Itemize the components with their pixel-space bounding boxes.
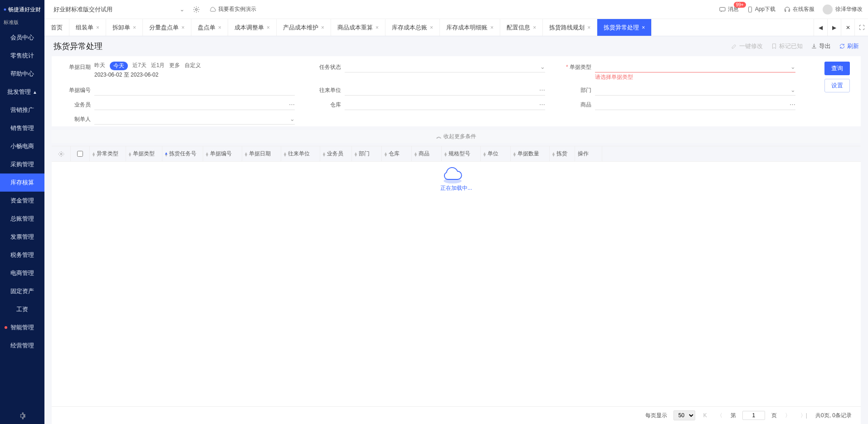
col-header-12[interactable]: ▴▾单据数量 (511, 146, 550, 161)
sidebar-item-11[interactable]: 发票管理 (0, 228, 44, 246)
tab-scroll-right[interactable]: ▶ (827, 19, 841, 36)
sales-input[interactable]: ⋯ (94, 99, 295, 110)
tab-11[interactable]: 拣货路线规划× (543, 19, 597, 36)
col-header-13[interactable]: ▴▾拣货 (550, 146, 575, 161)
col-header-4[interactable]: ▴▾单据日期 (242, 146, 281, 161)
sidebar-item-2[interactable]: 帮助中心 (0, 65, 44, 83)
col-header-3[interactable]: ▴▾单据编号 (203, 146, 242, 161)
product-input[interactable]: ⋯ (595, 99, 795, 110)
bill-no-input[interactable] (94, 85, 295, 96)
page-prev[interactable]: 〈 (715, 412, 724, 419)
tab-4[interactable]: 盘点单× (191, 19, 228, 36)
col-checkbox[interactable] (71, 146, 90, 161)
sidebar-item-10[interactable]: 总账管理 (0, 210, 44, 228)
col-header-7[interactable]: ▴▾部门 (352, 146, 382, 161)
product-select[interactable]: 好业财标准版交付试用 ⌄ (50, 4, 188, 15)
close-icon[interactable]: × (375, 24, 379, 31)
partner-input[interactable]: ⋯ (345, 85, 545, 96)
tab-5[interactable]: 成本调整单× (228, 19, 277, 36)
close-icon[interactable]: × (533, 24, 536, 31)
close-icon[interactable]: × (218, 24, 221, 31)
close-icon[interactable]: × (181, 24, 185, 31)
tab-10[interactable]: 配置信息× (500, 19, 543, 36)
close-icon[interactable]: × (267, 24, 270, 31)
sidebar-item-1[interactable]: 零售统计 (0, 47, 44, 65)
date-opt-0[interactable]: 昨天 (94, 62, 105, 70)
col-header-1[interactable]: ▴▾单据类型 (126, 146, 162, 161)
sidebar-item-13[interactable]: 电商管理 (0, 264, 44, 282)
col-header-2[interactable]: ▴▾拣货任务号 (162, 146, 203, 161)
tab-1[interactable]: 组装单× (69, 19, 106, 36)
close-icon[interactable]: × (642, 24, 645, 31)
sidebar-item-7[interactable]: 采购管理 (0, 155, 44, 173)
tab-close-all[interactable]: ✕ (841, 19, 854, 36)
close-icon[interactable]: × (490, 24, 493, 31)
refresh-btn[interactable]: 刷新 (839, 42, 859, 50)
sidebar-item-9[interactable]: 资金管理 (0, 192, 44, 210)
sidebar-item-17[interactable]: 经营管理 (0, 337, 44, 355)
page-last[interactable]: 〉| (799, 412, 809, 419)
col-header-10[interactable]: ▴▾规格型号 (442, 146, 481, 161)
query-button[interactable]: 查询 (824, 62, 850, 75)
bill-type-input[interactable]: ⌄ (595, 62, 795, 72)
page-first[interactable]: K (702, 412, 709, 419)
col-settings[interactable] (52, 146, 71, 161)
close-icon[interactable]: × (430, 24, 433, 31)
settings-button[interactable]: 设置 (824, 79, 850, 92)
horizontal-scrollbar[interactable] (52, 401, 861, 406)
close-icon[interactable]: × (96, 24, 99, 31)
tab-8[interactable]: 库存成本总账× (385, 19, 440, 36)
tab-2[interactable]: 拆卸单× (106, 19, 143, 36)
tab-0[interactable]: 首页 (44, 19, 69, 36)
date-opt-1[interactable]: 今天 (110, 62, 128, 70)
task-status-input[interactable]: ⌄ (345, 62, 545, 72)
demo-link[interactable]: 我要看实例演示 (209, 5, 256, 13)
page-input[interactable] (742, 411, 765, 420)
support-btn[interactable]: 在线客服 (784, 5, 814, 13)
col-header-6[interactable]: ▴▾业务员 (320, 146, 352, 161)
sidebar-item-15[interactable]: 工资 (0, 300, 44, 318)
date-opt-4[interactable]: 更多 (169, 62, 180, 70)
export-btn[interactable]: 导出 (811, 42, 831, 50)
settings-icon[interactable] (193, 6, 200, 13)
maker-input[interactable]: ⌄ (94, 114, 295, 125)
dept-input[interactable]: ⌄ (595, 85, 795, 96)
close-icon[interactable]: × (587, 24, 590, 31)
date-opt-5[interactable]: 自定义 (185, 62, 201, 70)
date-opt-2[interactable]: 近7天 (132, 62, 146, 70)
date-opt-3[interactable]: 近1月 (151, 62, 165, 70)
fullscreen-icon[interactable]: ⛶ (854, 19, 868, 36)
tab-6[interactable]: 产品成本维护× (277, 19, 331, 36)
sidebar-item-3[interactable]: 批发管理▲ (0, 83, 44, 101)
one-mod-btn[interactable]: 一键修改 (731, 42, 763, 50)
sidebar-item-6[interactable]: 小畅电商 (0, 137, 44, 155)
sidebar-item-12[interactable]: 税务管理 (0, 246, 44, 264)
tab-12[interactable]: 拣货异常处理× (597, 19, 652, 36)
mark-btn[interactable]: 标记已知 (771, 42, 803, 50)
col-header-5[interactable]: ▴▾往来单位 (281, 146, 320, 161)
col-header-0[interactable]: ▴▾异常类型 (90, 146, 126, 161)
sidebar-item-0[interactable]: 会员中心 (0, 29, 44, 47)
tab-3[interactable]: 分量盘点单× (143, 19, 191, 36)
sidebar-item-4[interactable]: 营销推广 (0, 101, 44, 119)
close-icon[interactable]: × (321, 24, 324, 31)
tab-scroll-left[interactable]: ◀ (814, 19, 827, 36)
sidebar-item-14[interactable]: 固定资产 (0, 282, 44, 300)
app-download-btn[interactable]: App下载 (747, 5, 775, 13)
per-page-select[interactable]: 50 (673, 410, 695, 420)
sidebar-item-8[interactable]: 库存核算 (0, 173, 44, 192)
col-header-9[interactable]: ▴▾商品 (412, 146, 442, 161)
sidebar-item-5[interactable]: 销售管理 (0, 119, 44, 137)
user-menu[interactable]: 徐泽华修改 (823, 5, 863, 14)
sidebar-item-16[interactable]: 智能管理 (0, 318, 44, 337)
message-btn[interactable]: 消息 99+ (719, 5, 739, 13)
page-next[interactable]: 〉 (783, 412, 792, 419)
sidebar-settings[interactable] (0, 408, 44, 424)
tab-7[interactable]: 商品成本重算× (331, 19, 385, 36)
close-icon[interactable]: × (133, 24, 136, 31)
warehouse-input[interactable]: ⋯ (345, 99, 545, 110)
collapse-filters[interactable]: ︽ 收起更多条件 (52, 130, 861, 143)
col-header-11[interactable]: ▴▾单位 (481, 146, 511, 161)
tab-9[interactable]: 库存成本明细账× (440, 19, 500, 36)
select-all-checkbox[interactable] (77, 151, 83, 157)
